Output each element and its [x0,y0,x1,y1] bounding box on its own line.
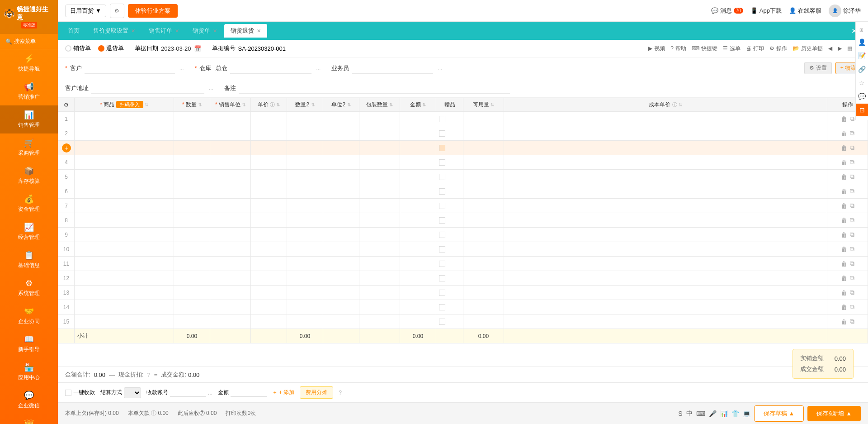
delete-icon[interactable]: 🗑 [841,115,847,123]
delete-icon[interactable]: 🗑 [841,304,847,311]
gift-checkbox[interactable] [439,319,445,325]
staff-input[interactable] [352,63,433,74]
gift-checkbox[interactable] [439,174,445,180]
sidebar-item-finance[interactable]: 💰 资金管理 [0,190,58,218]
header-settings-btn[interactable]: ⚙ [110,4,124,18]
account-input[interactable] [170,388,206,397]
radio-return-btn[interactable] [98,45,104,52]
daily-select[interactable]: 日用百货 ▼ [65,5,106,17]
toolbar-icon-6[interactable]: 👕 [731,410,739,417]
calendar-icon[interactable]: 📅 [194,45,201,52]
col-settings[interactable]: ⚙ [58,98,75,112]
payment-amount-input[interactable] [231,388,267,397]
account-dots[interactable]: ... [208,390,212,396]
delete-icon[interactable]: 🗑 [841,260,847,267]
gift-checkbox[interactable] [439,290,445,296]
right-panel-btn-7[interactable]: ⊡ [856,104,868,116]
message-btn[interactable]: 💬 消息 70 [711,7,743,15]
tab-sales-order[interactable]: 销售订单 ✕ [142,24,185,38]
delete-icon[interactable]: 🗑 [841,231,847,238]
delete-icon[interactable]: 🗑 [841,159,847,166]
sort-qty2-icon[interactable]: ⇅ [311,102,315,107]
app-download-btn[interactable]: 📱 App下载 [750,7,782,15]
staff-dots[interactable]: ... [438,65,442,71]
toolbar-shortcut[interactable]: ⌨ 快捷键 [692,45,717,52]
toolbar-prev[interactable]: ◀ [828,45,832,52]
copy-icon[interactable]: ⧉ [850,115,854,123]
toolbar-icon-5[interactable]: 📊 [720,410,728,417]
gift-checkbox[interactable] [439,261,445,267]
right-panel-btn-2[interactable]: 👤 [856,36,868,48]
toolbar-print[interactable]: 🖨 打印 [746,45,764,52]
gift-checkbox[interactable] [439,246,445,252]
delete-icon[interactable]: 🗑 [841,289,847,296]
customer-dots[interactable]: ... [179,65,184,71]
sidebar-item-appstore[interactable]: 🏪 应用中心 [0,358,58,386]
sidebar-item-member[interactable]: 👑 畅会员 [0,414,58,424]
expense-split-btn[interactable]: 费用分摊 [300,386,333,399]
expense-help-icon[interactable]: ? [339,390,342,396]
copy-icon[interactable]: ⧉ [850,144,854,152]
sidebar-item-marketing[interactable]: 📢 营销推广 [0,77,58,105]
radio-sale-btn[interactable] [65,45,71,52]
copy-icon[interactable]: ⧉ [850,231,854,238]
delete-icon[interactable]: 🗑 [841,188,847,195]
tab-sales-return[interactable]: 销货退货 ✕ [224,24,267,38]
gift-checkbox[interactable] [439,188,445,195]
toolbar-icon-2[interactable]: 中 [686,410,693,418]
sidebar-item-guide[interactable]: 📖 新手引导 [0,330,58,358]
sidebar-item-system[interactable]: ⚙ 系统管理 [0,274,58,302]
gift-checkbox[interactable] [439,203,445,209]
sort-goods-icon[interactable]: ⇅ [145,102,148,107]
tab-close-sales-return[interactable]: ✕ [257,28,261,34]
tab-close-sales-delivery[interactable]: ✕ [213,28,217,34]
right-panel-btn-3[interactable]: 📝 [856,49,868,62]
copy-icon[interactable]: ⧉ [850,216,854,224]
toolbar-grid-view[interactable]: ▦ [847,45,852,52]
delete-icon[interactable]: 🗑 [841,318,847,325]
right-panel-btn-1[interactable]: ⊞ [856,25,868,35]
toolbar-operate[interactable]: ⚙ 操作 [769,45,787,52]
toolbar-icon-3[interactable]: ⌨ [696,410,705,417]
radio-return[interactable]: 退货单 [98,44,124,52]
per-debt-info-icon[interactable]: ⓘ [151,410,156,416]
copy-icon[interactable]: ⧉ [850,173,854,181]
sort-price-icon[interactable]: ⇅ [276,102,280,107]
gift-checkbox[interactable] [439,217,445,224]
copy-icon[interactable]: ⧉ [850,245,854,253]
toolbar-history[interactable]: 📂 历史单据 [793,45,823,52]
right-panel-btn-4[interactable]: 🔗 [856,63,868,76]
toolbar-select[interactable]: ☰ 选单 [723,45,741,52]
tab-close-price-settings[interactable]: ✕ [131,28,135,34]
delete-icon[interactable]: 🗑 [841,144,847,152]
gear-icon[interactable]: ⚙ [64,102,69,108]
sidebar-item-basic[interactable]: 📋 基础信息 [0,246,58,274]
toolbar-video[interactable]: ▶ 视频 [648,45,665,52]
scan-btn[interactable]: 扫码录入 [116,101,143,108]
sidebar-item-wechat[interactable]: 💬 企业微信 [0,386,58,414]
settings-button[interactable]: ⚙ 设置 [804,62,831,74]
sidebar-item-sales[interactable]: 📊 销售管理 [0,105,58,133]
user-profile[interactable]: 👤 徐泽华 [829,5,861,17]
sort-qty-icon[interactable]: ⇅ [198,102,202,107]
trial-button[interactable]: 体验行业方案 [128,4,178,18]
sidebar-item-inventory[interactable]: 📦 库存核算 [0,162,58,190]
radio-sale[interactable]: 销货单 [65,44,91,52]
warehouse-input[interactable] [230,63,311,74]
sort-unit2-icon[interactable]: ⇅ [347,102,351,107]
toolbar-icon-1[interactable]: S [678,410,682,417]
sidebar-search[interactable]: 🔍 搜索菜单 [0,34,58,49]
gift-checkbox-active[interactable] [439,145,445,151]
add-payment-btn[interactable]: ＋ + 添加 [272,389,294,396]
delete-icon[interactable]: 🗑 [841,130,847,137]
sort-pack-icon[interactable]: ⇅ [389,102,393,107]
goods-input-active[interactable] [77,144,171,151]
gift-checkbox[interactable] [439,275,445,281]
gift-checkbox[interactable] [439,304,445,310]
copy-icon[interactable]: ⧉ [850,202,854,210]
remarks-input[interactable] [239,83,510,94]
sidebar-item-shortcut[interactable]: ⚡ 快捷导航 [0,49,58,77]
save-draft-button[interactable]: 保存草稿 ▲ [754,405,804,422]
delete-icon[interactable]: 🗑 [841,202,847,210]
sort-unit-icon[interactable]: ⇅ [242,102,245,107]
